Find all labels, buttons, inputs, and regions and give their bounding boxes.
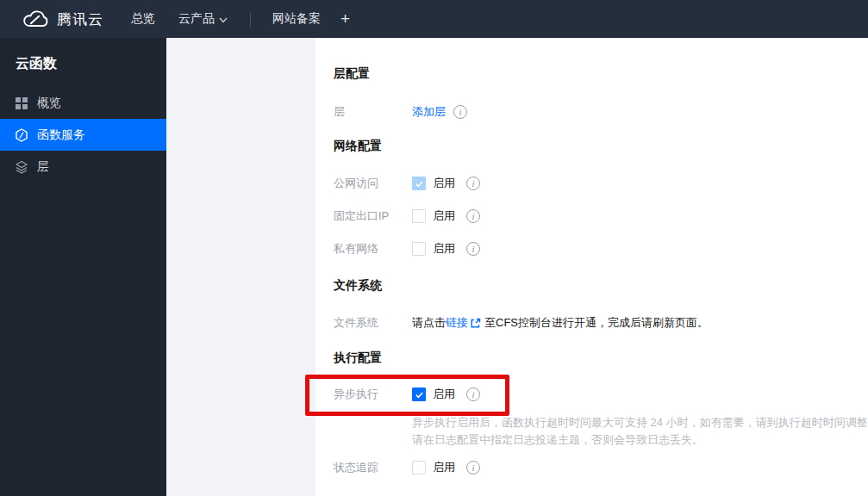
brand-name: 腾讯云 xyxy=(57,9,103,29)
form-row-fixed-egress-ip: 固定出口IP 启用 i xyxy=(334,208,480,225)
form-row-private-network: 私有网络 启用 i xyxy=(334,240,480,257)
add-layer-link[interactable]: 添加层 xyxy=(412,104,446,120)
top-nav: 腾讯云 总览 云产品 网站备案 + xyxy=(0,0,868,38)
form-row-public-access: 公网访问 启用 i xyxy=(334,175,480,192)
section-heading-file-system: 文件系统 xyxy=(334,278,382,294)
info-icon[interactable]: i xyxy=(466,461,480,474)
row-label: 公网访问 xyxy=(334,176,412,191)
async-execution-help-text: 异步执行启用后，函数执行超时时间最大可支持 24 小时，如有需要，请到执行超时时… xyxy=(412,414,868,449)
nav-add-tab-button[interactable]: + xyxy=(340,9,350,28)
section-heading-layer-config: 层配置 xyxy=(334,66,370,82)
chevron-down-icon xyxy=(219,17,228,23)
sidebar-item-label: 函数服务 xyxy=(37,127,85,143)
row-label: 异步执行 xyxy=(334,387,412,402)
cfs-console-link[interactable]: 链接 xyxy=(446,315,468,331)
status-tracing-checkbox[interactable] xyxy=(412,461,426,474)
row-label: 私有网络 xyxy=(334,241,412,257)
nav-item-overview[interactable]: 总览 xyxy=(131,11,155,27)
nav-item-cloud-products[interactable]: 云产品 xyxy=(178,11,228,27)
tencent-cloud-logo-icon xyxy=(22,9,49,29)
form-row-async-execution: 异步执行 启用 i xyxy=(334,386,480,403)
public-access-checkbox[interactable] xyxy=(412,177,426,190)
nav-divider xyxy=(250,12,251,27)
info-icon[interactable]: i xyxy=(466,242,480,256)
form-row-file-system: 文件系统 请点击 链接 至CFS控制台进行开通，完成后请刷新页面。 xyxy=(334,314,709,332)
sidebar: 云函数 概览 函数服务 层 xyxy=(0,38,166,496)
sidebar-item-overview[interactable]: 概览 xyxy=(0,87,166,119)
sidebar-item-label: 概览 xyxy=(37,96,61,111)
info-icon[interactable]: i xyxy=(466,388,480,401)
info-icon[interactable]: i xyxy=(466,209,480,223)
section-heading-network-config: 网络配置 xyxy=(334,139,382,154)
sidebar-item-function-service[interactable]: 函数服务 xyxy=(0,119,166,151)
grid-icon xyxy=(15,96,28,110)
row-label: 固定出口IP xyxy=(334,208,412,224)
form-row-layer: 层 添加层 i xyxy=(334,103,467,121)
sidebar-title: 云函数 xyxy=(0,38,166,87)
info-icon[interactable]: i xyxy=(466,177,480,190)
layers-icon xyxy=(15,160,28,174)
tencent-cloud-console-page: 腾讯云 总览 云产品 网站备案 + 云函数 概览 xyxy=(0,0,868,496)
external-link-icon[interactable] xyxy=(470,318,481,329)
info-icon[interactable]: i xyxy=(453,105,467,119)
fixed-egress-ip-checkbox[interactable] xyxy=(412,209,426,223)
nav-item-website-record[interactable]: 网站备案 xyxy=(272,11,321,27)
sidebar-item-layers[interactable]: 层 xyxy=(0,151,166,183)
private-network-checkbox[interactable] xyxy=(412,242,426,256)
check-icon xyxy=(415,179,424,189)
section-heading-execution-config: 执行配置 xyxy=(334,350,382,366)
check-icon xyxy=(415,390,424,400)
row-label: 文件系统 xyxy=(334,315,412,331)
async-execution-checkbox[interactable] xyxy=(412,388,426,401)
sidebar-item-label: 层 xyxy=(37,159,49,175)
row-label: 状态追踪 xyxy=(334,460,412,475)
form-row-status-tracing: 状态追踪 启用 i xyxy=(334,459,480,476)
main-content: 层配置 层 添加层 i 网络配置 公网访问 启用 i 固定出口IP 启用 i 私… xyxy=(315,38,868,496)
function-hexagon-icon xyxy=(15,128,28,142)
secondary-panel xyxy=(166,38,315,496)
row-label: 层 xyxy=(334,104,412,120)
brand-home-link[interactable]: 腾讯云 xyxy=(0,9,103,29)
